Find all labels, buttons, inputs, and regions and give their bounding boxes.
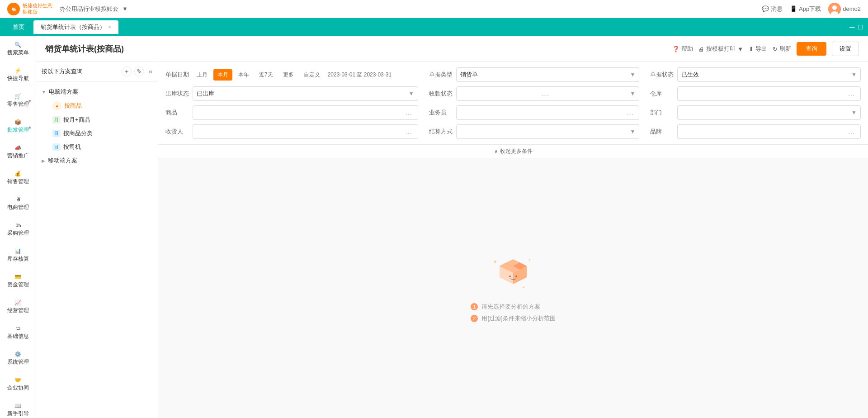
message-icon: 💬 bbox=[762, 5, 769, 12]
salesperson-input[interactable]: … bbox=[456, 105, 640, 120]
brand-input[interactable]: … bbox=[677, 124, 861, 139]
svg-point-13 bbox=[509, 276, 511, 277]
stock-status-input[interactable]: 已出库 ▼ bbox=[193, 86, 418, 101]
sidebar-item-cooperation[interactable]: 🤝 企业协同 bbox=[0, 371, 36, 397]
empty-text: 1 请先选择要分析的方案 2 用[过滤]条件来缩小分析范围 bbox=[471, 303, 555, 326]
receiver-input[interactable]: … bbox=[193, 124, 418, 139]
svg-text:畅: 畅 bbox=[12, 7, 16, 12]
refresh-button[interactable]: ↻ 刷新 bbox=[773, 45, 791, 53]
payment-status-dots[interactable]: … bbox=[540, 90, 551, 98]
message-button[interactable]: 💬 消息 bbox=[762, 5, 783, 13]
warehouse-dots[interactable]: … bbox=[846, 90, 857, 98]
mobile-group-label: 移动端方案 bbox=[48, 157, 77, 165]
tab-active[interactable]: 销货单统计表（按商品） × bbox=[33, 20, 118, 34]
sidebar-item-basic[interactable]: 🗂 基础信息 bbox=[0, 320, 36, 346]
doc-type-arrow: ▼ bbox=[630, 71, 635, 78]
finance-icon: 💳 bbox=[14, 274, 21, 280]
date-last-month-btn[interactable]: 上月 bbox=[193, 69, 212, 81]
help-button[interactable]: ❓ 帮助 bbox=[672, 45, 693, 53]
tab-home[interactable]: 首页 bbox=[5, 20, 32, 34]
department-input[interactable]: ▼ bbox=[677, 105, 861, 120]
date-last7-btn[interactable]: 近7天 bbox=[255, 69, 277, 81]
collapse-panel-button[interactable]: « bbox=[149, 68, 152, 75]
sidebar-item-sales[interactable]: 💰 销售管理 bbox=[0, 165, 36, 191]
left-panel-header: 按以下方案查询 + ✎ « bbox=[36, 62, 158, 81]
scheme-item-by-category[interactable]: 目 按商品分类 bbox=[36, 127, 158, 140]
sidebar-item-purchase[interactable]: 🛍 采购管理 bbox=[0, 217, 36, 242]
stock-status-field: 出库状态 已出库 ▼ bbox=[165, 86, 418, 101]
sidebar-item-ops[interactable]: 📈 经营管理 bbox=[0, 294, 36, 320]
tab-close-icon[interactable]: × bbox=[108, 24, 111, 30]
doc-status-input[interactable]: 已生效 ▼ bbox=[677, 67, 861, 82]
pc-group-arrow: ▼ bbox=[42, 90, 46, 95]
scheme-item-by-goods[interactable]: ● 按商品 bbox=[36, 99, 158, 113]
salesperson-dots[interactable]: … bbox=[624, 109, 635, 117]
svg-text:✦: ✦ bbox=[522, 285, 525, 290]
doc-status-arrow: ▼ bbox=[851, 71, 857, 78]
tab-maximize-btn[interactable]: □ bbox=[858, 23, 863, 31]
print-button[interactable]: 🖨 按模板打印 ▼ bbox=[698, 45, 743, 53]
scheme-item-by-month-goods[interactable]: 月 按月+商品 bbox=[36, 113, 158, 127]
empty-state: ✦ ✦ ✦ 1 请先选择要分析的方案 bbox=[471, 250, 555, 326]
doc-status-label: 单据状态 bbox=[650, 71, 677, 79]
scheme-icon-category: 目 bbox=[52, 130, 61, 137]
payment-status-input[interactable]: … ▼ bbox=[456, 86, 640, 101]
purchase-icon: 🛍 bbox=[15, 222, 21, 228]
goods-dots[interactable]: … bbox=[403, 109, 414, 117]
topbar-dropdown[interactable]: ▼ bbox=[122, 5, 128, 12]
sidebar-item-ecommerce[interactable]: 🖥 电商管理 bbox=[0, 191, 36, 217]
doc-type-input[interactable]: 销货单 ▼ bbox=[456, 67, 640, 82]
receiver-dots[interactable]: … bbox=[403, 128, 414, 136]
add-scheme-button[interactable]: + bbox=[122, 66, 132, 76]
scheme-item-by-driver[interactable]: 目 按司机 bbox=[36, 140, 158, 154]
setting-button[interactable]: 设置 bbox=[832, 42, 859, 56]
date-filter-field: 单据日期 上月 本月 本年 近7天 更多 自定义 2023-03-01 至 20… bbox=[165, 69, 418, 81]
nav-icon: ⚡ bbox=[14, 67, 21, 74]
doc-status-filter-field: 单据状态 已生效 ▼ bbox=[650, 67, 861, 82]
sidebar-item-finance[interactable]: 💳 资金管理 bbox=[0, 268, 36, 294]
user-menu-button[interactable]: demo2 bbox=[828, 3, 861, 15]
date-this-month-btn[interactable]: 本月 bbox=[213, 69, 232, 81]
page-header-actions: ❓ 帮助 🖨 按模板打印 ▼ ⬇ 导出 ↻ 刷新 查询 设置 bbox=[672, 42, 859, 62]
payment-status-arrow: ▼ bbox=[630, 90, 635, 97]
query-button[interactable]: 查询 bbox=[797, 42, 826, 56]
help-icon: ❓ bbox=[672, 46, 679, 52]
date-this-year-btn[interactable]: 本年 bbox=[234, 69, 253, 81]
export-button[interactable]: ⬇ 导出 bbox=[749, 45, 767, 53]
sidebar-item-guide[interactable]: 📖 新手引导 bbox=[0, 397, 36, 418]
date-filter-buttons: 上月 本月 本年 近7天 更多 自定义 2023-03-01 至 2023-03… bbox=[193, 69, 392, 81]
logo-area: 畅 畅捷信好生意 标账版 bbox=[7, 3, 52, 15]
date-custom-btn[interactable]: 自定义 bbox=[300, 69, 324, 81]
basic-icon: 🗂 bbox=[15, 325, 21, 332]
search-icon: 🔍 bbox=[14, 42, 21, 48]
sidebar-item-wholesale[interactable]: 📦 批发管理 ▲ bbox=[0, 114, 36, 139]
svg-text:✦: ✦ bbox=[528, 257, 531, 262]
date-more-btn[interactable]: 更多 bbox=[279, 69, 298, 81]
date-range-text: 2023-03-01 至 2023-03-31 bbox=[328, 71, 392, 79]
brand-dots[interactable]: … bbox=[846, 128, 857, 136]
topbar-left: 畅 畅捷信好生意 标账版 办公用品行业模拟账套 ▼ bbox=[7, 3, 128, 15]
tab-minimize-btn[interactable]: ─ bbox=[849, 23, 854, 31]
edit-scheme-button[interactable]: ✎ bbox=[134, 66, 144, 76]
avatar bbox=[828, 3, 841, 15]
department-field: 部门 ▼ bbox=[650, 105, 861, 120]
sidebar-item-retail[interactable]: 🛒 零售管理 ▼ bbox=[0, 88, 36, 114]
sidebar: 🔍 搜索菜单 ⚡ 快捷导航 🛒 零售管理 ▼ 📦 批发管理 ▲ 📣 营销推广 💰… bbox=[0, 36, 36, 418]
main-layout: 🔍 搜索菜单 ⚡ 快捷导航 🛒 零售管理 ▼ 📦 批发管理 ▲ 📣 营销推广 💰… bbox=[0, 36, 868, 418]
sidebar-item-system[interactable]: ⚙️ 系统管理 bbox=[0, 346, 36, 371]
warehouse-field: 仓库 … bbox=[650, 86, 861, 101]
settlement-input[interactable]: ▼ bbox=[456, 124, 640, 139]
scheme-icon-driver: 目 bbox=[52, 143, 61, 151]
sidebar-item-marketing[interactable]: 📣 营销推广 bbox=[0, 139, 36, 165]
sidebar-item-inventory[interactable]: 📊 库存核算 bbox=[0, 242, 36, 268]
sidebar-item-nav[interactable]: ⚡ 快捷导航 bbox=[0, 62, 36, 88]
mobile-group-header[interactable]: ▶ 移动端方案 bbox=[36, 154, 158, 167]
app-download-button[interactable]: 📱 App下载 bbox=[790, 5, 821, 13]
goods-input[interactable]: … bbox=[193, 105, 418, 120]
stock-status-label: 出库状态 bbox=[165, 90, 193, 98]
filter-area: 单据日期 上月 本月 本年 近7天 更多 自定义 2023-03-01 至 20… bbox=[158, 62, 868, 145]
collapse-more-conditions[interactable]: ∧ 收起更多条件 bbox=[158, 145, 868, 158]
pc-group-header[interactable]: ▼ 电脑端方案 bbox=[36, 85, 158, 99]
warehouse-input[interactable]: … bbox=[677, 86, 861, 101]
sidebar-item-search[interactable]: 🔍 搜索菜单 bbox=[0, 36, 36, 62]
